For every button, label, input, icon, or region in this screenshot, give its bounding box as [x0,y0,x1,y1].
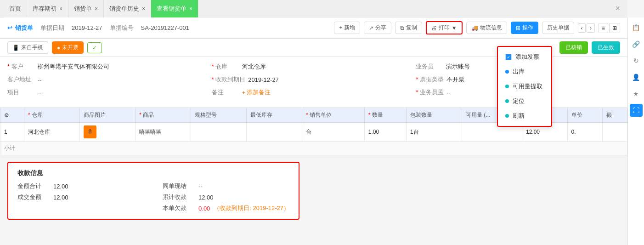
row-warehouse: 河北仓库 [24,123,80,142]
row-unit-price: 0. [567,123,602,142]
print-dropdown-icon: ▼ [452,25,457,31]
outbound-item[interactable]: 出库 [498,64,551,79]
tab-close-view[interactable]: × [189,6,192,12]
col-warehouse: 仓库 [24,108,80,123]
logistics-button[interactable]: 🚚 物流信息 [466,22,507,34]
col-product: 商品 [136,108,191,123]
tab-close-inventory[interactable]: × [59,6,62,12]
add-invoice-item[interactable]: ✓ 添加发票 [498,50,551,64]
row-product-img: 🛢 [80,123,136,142]
customer-value: 柳州粤港平安气体有限公司 [38,63,109,71]
address-label: 客户地址 [7,75,35,84]
from-phone-button[interactable]: 📱 来自手机 [7,41,48,54]
due-note: （收款到期日: 2019-12-27） [214,204,289,212]
window-close-button[interactable]: × [611,4,624,13]
checkbox-icon: ✓ [505,54,512,60]
ticket-type-label: 票据类型 [416,75,444,84]
doc-type-label: ↩ 销货单 [7,24,33,32]
print-button[interactable]: 🖨 打印 ▼ [426,21,463,34]
subtotal-row: 小计 [0,142,627,155]
cumulative-value: 12.00 [198,194,214,201]
grid-icon: ⊞ [516,25,520,31]
total-label: 金额合计 [17,182,50,190]
customer-label: 客户 [7,63,35,71]
doc-header: ↩ 销货单 单据日期 2019-12-27 单据编号 SA-20191227-0… [0,17,627,39]
share-icon: ↗ [369,25,373,31]
doc-type-icon: ↩ [7,24,12,31]
col-settings[interactable]: ⚙ [0,108,24,123]
right-sidebar: 📋 🔗 ↻ 👤 ★ ⛶ [627,17,644,226]
sidebar-doc-icon[interactable]: 📋 [630,21,643,34]
tab-view-sales[interactable]: 查看销货单 × [151,0,198,17]
transaction-label: 成交金额 [17,193,50,201]
truck-icon: 🚚 [471,25,478,31]
payment-info-title: 收款信息 [17,169,289,177]
col-unit-price: 单价 [567,108,602,123]
effective-status-btn[interactable]: 已生效 [592,41,620,54]
row-min-stock [246,123,302,142]
locate-label: 定位 [513,97,525,105]
tab-close-sales[interactable]: × [95,6,98,12]
col-pack-qty: 包装数量 [407,108,462,123]
project-value: -- [38,89,42,96]
tab-sales-history[interactable]: 销货单历史 × [104,0,151,17]
doc-actions: + 新增 ↗ 分享 ⧉ 复制 🖨 打印 ▼ 🚚 物流信息 ⊞ 操作 [334,21,620,34]
share-button[interactable]: ↗ 分享 [364,22,391,34]
col-spec: 规格型号 [191,108,247,123]
locate-dot-icon [505,99,509,103]
available-dot-icon [505,85,509,88]
view-toggle: ≡ ⊞ [599,23,620,33]
outbound-label: 出库 [513,68,525,76]
not-open-button[interactable]: ● 未开票 [52,41,84,54]
prev-button[interactable]: ‹ [578,23,586,33]
available-qty-item[interactable]: 可用量提取 [498,79,551,94]
project-label: 项目 [7,88,35,97]
next-button[interactable]: › [587,23,595,33]
sidebar-star-icon[interactable]: ★ [630,87,643,100]
copy-button[interactable]: ⧉ 复制 [395,22,422,34]
checked-status-btn[interactable]: 已核销 [559,41,588,54]
tab-inventory-init[interactable]: 库存期初 × [27,0,68,17]
outbound-dot-icon [505,70,509,74]
tab-bar: 首页 库存期初 × 销货单 × 销货单历史 × 查看销货单 × × [0,0,627,17]
grid-view-button[interactable]: ⊞ [609,23,620,33]
row-pack-qty: 1台 [407,123,462,142]
ticket-type-value: 不开票 [446,75,464,84]
ticket-icon: ● [57,45,60,51]
col-sales-unit: 销售单位 [302,108,364,123]
col-product-img: 商品图片 [80,108,136,123]
sidebar-user-icon[interactable]: 👤 [630,71,643,84]
refresh-label: 刷新 [513,112,525,120]
tab-close-history[interactable]: × [142,6,145,12]
add-invoice-label: 添加发票 [515,53,539,61]
operate-dropdown: ✓ 添加发票 出库 可用量提取 定位 刷新 [497,46,552,127]
list-view-button[interactable]: ≡ [599,23,608,33]
row-qty: 1.00 [364,123,406,142]
refresh-item[interactable]: 刷新 [498,108,551,123]
locate-item[interactable]: 定位 [498,94,551,108]
staff2-value: -- [446,89,451,96]
same-order-label: 同单现结 [163,182,195,190]
new-button[interactable]: + 新增 [334,22,360,34]
history-button[interactable]: 历史单据 [542,22,574,34]
tab-sales-order[interactable]: 销货单 × [68,0,104,17]
col-min-stock: 最低库存 [246,108,302,123]
operate-button[interactable]: ⊞ 操作 [511,22,538,34]
due-value: 0.00 [198,205,210,212]
sidebar-refresh-icon[interactable]: ↻ [630,54,643,67]
col-qty: 数量 [364,108,406,123]
doc-meta: 单据日期 2019-12-27 单据编号 SA-20191227-001 [40,24,189,32]
print-icon: 🖨 [431,25,437,31]
available-qty-label: 可用量提取 [513,82,542,91]
row-spec [191,123,247,142]
sidebar-link-icon[interactable]: 🔗 [630,38,643,51]
confirm-button[interactable]: ✓ [87,42,102,53]
add-note-button[interactable]: + 添加备注 [242,88,271,97]
cumulative-label: 累计收款 [163,193,195,201]
sidebar-expand-icon[interactable]: ⛶ [630,104,643,117]
total-value: 12.00 [53,183,68,190]
staff2-label: 业务员孟 [416,88,444,97]
note-label: 备注 [212,88,239,97]
tab-home[interactable]: 首页 [4,0,27,17]
refresh-dot-icon [505,114,509,118]
